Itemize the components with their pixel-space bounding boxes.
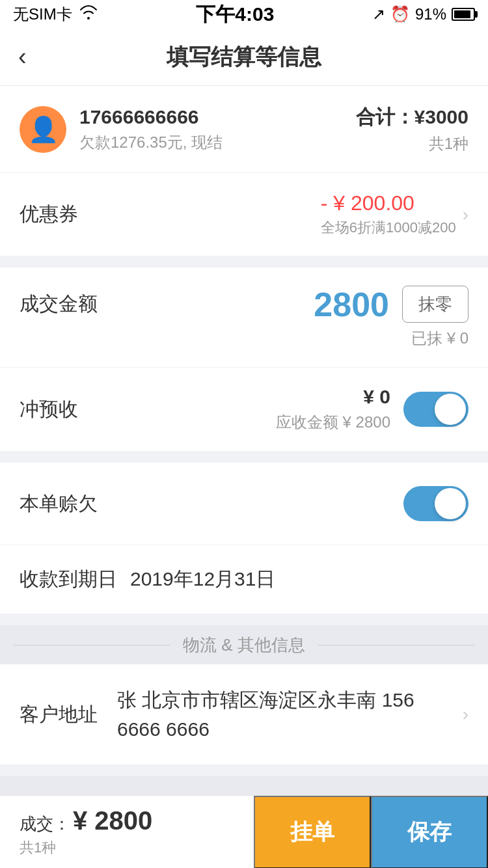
customer-phone: 17666666666 (79, 106, 223, 128)
duedate-row: 收款到期日 2019年12月31日 (0, 545, 488, 614)
customer-row: 👤 17666666666 欠款1276.35元, 现结 合计：¥3000 共1… (0, 86, 488, 172)
coupon-label: 优惠券 (20, 201, 78, 228)
bottom-bar: 成交： ¥ 2800 共1种 挂单 保存 (0, 795, 488, 868)
alarm-icon: ⏰ (390, 5, 410, 23)
deal-amount: 2800 (314, 288, 389, 321)
debt-toggle-knob (435, 488, 466, 519)
customer-right: 合计：¥3000 共1种 (356, 104, 468, 154)
address-row[interactable]: 客户地址 张 北京市市辖区海淀区永丰南 156 6666 6666 › (0, 664, 488, 765)
prereceive-label: 冲预收 (20, 396, 78, 423)
prereceive-amount: ¥ 0 (276, 386, 390, 408)
debt-toggle[interactable] (403, 486, 468, 521)
divider-line-right (318, 645, 475, 645)
chevron-right-icon: › (463, 204, 468, 225)
customer-left: 👤 17666666666 欠款1276.35元, 现结 (20, 106, 223, 153)
bottom-count: 共1种 (20, 838, 234, 858)
pending-button[interactable]: 挂单 (254, 796, 371, 869)
coupon-discount: - ¥ 200.00 (321, 191, 456, 215)
wifi-icon (79, 5, 98, 23)
deal-amount-row: 成交金额 2800 抹零 已抹 ¥ 0 (0, 267, 488, 367)
debt-label: 本单赊欠 (20, 491, 98, 517)
total-count: 共1种 (356, 133, 468, 154)
address-value: 张 北京市市辖区海淀区永丰南 156 6666 6666 (117, 685, 463, 744)
prereceive-toggle[interactable] (403, 392, 468, 427)
customer-debt: 欠款1276.35元, 现结 (79, 132, 223, 153)
save-button[interactable]: 保存 (371, 796, 488, 869)
status-bar: 无SIM卡 下午4:03 ↗ ⏰ 91% (0, 0, 488, 29)
coupon-row[interactable]: 优惠券 - ¥ 200.00 全场6折满1000减200 › (0, 172, 488, 256)
debt-section: 本单赊欠 收款到期日 2019年12月31日 (0, 463, 488, 614)
address-label: 客户地址 (20, 701, 98, 728)
prereceive-row: 冲预收 ¥ 0 应收金额 ¥ 2800 (0, 367, 488, 451)
battery-percent: 91% (415, 5, 446, 23)
page-title: 填写结算等信息 (167, 42, 321, 72)
deal-section: 成交金额 2800 抹零 已抹 ¥ 0 冲预收 ¥ 0 应收金额 ¥ 2800 (0, 267, 488, 451)
duedate-value: 2019年12月31日 (130, 566, 275, 593)
address-section: 客户地址 张 北京市市辖区海淀区永丰南 156 6666 6666 › (0, 664, 488, 765)
back-button[interactable]: ‹ (18, 43, 27, 71)
coupon-desc: 全场6折满1000减200 (321, 218, 456, 237)
bottom-amount: ¥ 2800 (73, 806, 152, 835)
avatar-icon: 👤 (28, 115, 59, 144)
status-time: 下午4:03 (196, 1, 274, 28)
round-button[interactable]: 抹零 (402, 286, 468, 323)
logistics-divider: 物流 & 其他信息 (0, 625, 488, 664)
bottom-deal-label: 成交： (20, 813, 70, 835)
nav-bar: ‹ 填写结算等信息 (0, 29, 488, 86)
address-chevron-icon: › (463, 704, 468, 725)
avatar: 👤 (20, 106, 66, 153)
status-right: ↗ ⏰ 91% (372, 5, 475, 23)
prereceive-receivable: 应收金额 ¥ 2800 (276, 412, 390, 433)
customer-info: 17666666666 欠款1276.35元, 现结 (79, 106, 223, 153)
divider-text: 物流 & 其他信息 (183, 634, 305, 657)
bottom-summary: 成交： ¥ 2800 共1种 (0, 806, 254, 858)
debt-row: 本单赊欠 (0, 463, 488, 545)
location-icon: ↗ (372, 5, 385, 23)
deal-label: 成交金额 (20, 291, 98, 318)
duedate-label: 收款到期日 (20, 566, 117, 593)
content-area: 👤 17666666666 欠款1276.35元, 现结 合计：¥3000 共1… (0, 86, 488, 868)
status-left: 无SIM卡 (13, 4, 98, 25)
sim-status: 无SIM卡 (13, 4, 72, 25)
divider-line-left (13, 645, 170, 645)
battery-icon (452, 8, 475, 21)
customer-section: 👤 17666666666 欠款1276.35元, 现结 合计：¥3000 共1… (0, 86, 488, 256)
total-amount: 合计：¥3000 (356, 104, 468, 131)
deal-sub: 已抹 ¥ 0 (20, 328, 468, 349)
toggle-knob (435, 394, 466, 425)
